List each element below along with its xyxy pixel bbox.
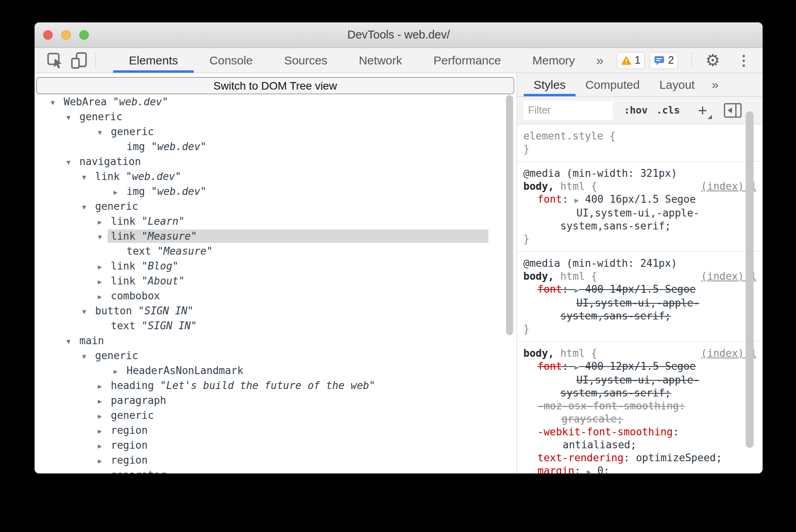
a11y-node-img[interactable]: ▶img "web.dev" bbox=[35, 184, 505, 199]
collapse-arrow-icon[interactable]: ▼ bbox=[66, 112, 79, 121]
a11y-node-HeaderAsNonLandmark[interactable]: ▶HeaderAsNonLandmark bbox=[35, 363, 505, 378]
a11y-node-main[interactable]: ▼main bbox=[35, 333, 505, 348]
css-declaration-wrap[interactable]: antialiased; bbox=[523, 438, 739, 451]
expand-arrow-icon[interactable]: ▶ bbox=[98, 396, 111, 405]
inspect-element-icon[interactable] bbox=[46, 52, 64, 69]
scrollbar-thumb[interactable] bbox=[506, 95, 513, 335]
expand-arrow-icon[interactable]: ▶ bbox=[98, 381, 111, 390]
css-declaration-wrap[interactable]: system,sans-serif; bbox=[523, 220, 739, 233]
css-rule-close[interactable]: } bbox=[523, 323, 739, 336]
css-declaration[interactable]: text-rendering: optimizeSpeed; bbox=[523, 451, 739, 464]
tab-console[interactable]: Console bbox=[194, 48, 268, 73]
a11y-node-region[interactable]: ▶region bbox=[35, 453, 505, 468]
a11y-node-link[interactable]: ▼link "web.dev" bbox=[35, 169, 505, 184]
a11y-node-link[interactable]: ▶link "Learn" bbox=[35, 214, 505, 229]
more-sidebar-tabs-chevron-icon[interactable]: » bbox=[712, 77, 719, 92]
a11y-node-generic[interactable]: ▼generic bbox=[35, 199, 505, 214]
tab-label: Elements bbox=[129, 54, 178, 67]
sidebar-tab-computed[interactable]: Computed bbox=[576, 73, 649, 96]
css-declaration[interactable]: font: ▶ 400 16px/1.5 Segoe bbox=[523, 193, 739, 207]
a11y-node-region[interactable]: ▶region bbox=[35, 438, 505, 453]
tab-elements[interactable]: Elements bbox=[113, 48, 194, 73]
tab-network[interactable]: Network bbox=[343, 48, 418, 73]
css-media-query[interactable]: @media (min-width: 241px) bbox=[523, 257, 739, 270]
css-declaration-wrap[interactable]: system,sans-serif; bbox=[523, 310, 739, 323]
a11y-node-text[interactable]: text "Measure" bbox=[35, 244, 505, 259]
collapse-arrow-icon[interactable]: ▼ bbox=[82, 306, 95, 316]
warning-badge[interactable]: 1 bbox=[617, 52, 645, 69]
expand-arrow-icon[interactable]: ▶ bbox=[98, 441, 111, 450]
css-declaration-wrap[interactable]: UI,system-ui,-apple- bbox=[523, 374, 739, 387]
css-media-query[interactable]: @media (min-width: 321px) bbox=[523, 167, 739, 180]
css-declaration[interactable]: -webkit-font-smoothing: bbox=[523, 426, 739, 438]
collapse-arrow-icon[interactable]: ▼ bbox=[66, 157, 79, 166]
css-selector[interactable]: body, html {(index):1 bbox=[523, 180, 739, 193]
tab-memory[interactable]: Memory bbox=[517, 48, 591, 73]
indent-spacer bbox=[35, 415, 98, 416]
message-badge[interactable]: 2 bbox=[649, 52, 678, 69]
settings-gear-icon[interactable]: ⚙ bbox=[705, 52, 720, 69]
tab-label: Performance bbox=[433, 54, 501, 67]
css-rule-open[interactable]: element.style { bbox=[523, 130, 739, 143]
scrollbar-thumb[interactable] bbox=[746, 111, 754, 448]
css-declaration[interactable]: margin: ▶ 0; bbox=[523, 464, 739, 473]
a11y-node-generic[interactable]: ▼generic bbox=[35, 109, 505, 124]
a11y-node-link[interactable]: ▶link "About" bbox=[35, 273, 505, 288]
expand-arrow-icon[interactable]: ▶ bbox=[98, 426, 111, 435]
a11y-node-heading[interactable]: ▶heading "Let's build the future of the … bbox=[35, 378, 505, 393]
a11y-node-navigation[interactable]: ▼navigation bbox=[35, 154, 505, 169]
more-tabs-chevron-icon[interactable]: » bbox=[596, 53, 603, 68]
collapse-arrow-icon[interactable]: ▼ bbox=[51, 97, 64, 106]
css-selector[interactable]: body, html {(index):1 bbox=[523, 347, 739, 360]
pseudo-class-toggle[interactable]: :hov bbox=[624, 105, 647, 116]
kebab-menu-icon[interactable]: ⋮ bbox=[737, 53, 751, 68]
collapse-arrow-icon[interactable]: ▼ bbox=[66, 336, 79, 345]
css-rule-close[interactable]: } bbox=[523, 143, 739, 156]
css-rule-close[interactable]: } bbox=[523, 233, 739, 246]
a11y-node-text[interactable]: text "SIGN IN" bbox=[35, 318, 505, 333]
a11y-node-generic[interactable]: ▶generic bbox=[35, 408, 505, 423]
toggle-sidebar-icon[interactable] bbox=[724, 103, 742, 118]
expand-arrow-icon[interactable]: ▶ bbox=[98, 262, 111, 271]
expand-arrow-icon[interactable]: ▶ bbox=[98, 456, 111, 465]
css-declaration[interactable]: -moz-osx-font-smoothing: bbox=[523, 400, 739, 413]
expand-arrow-icon[interactable]: ▶ bbox=[98, 292, 111, 301]
css-declaration-wrap[interactable]: system,sans-serif; bbox=[523, 387, 739, 400]
a11y-node-button[interactable]: ▼button "SIGN IN" bbox=[35, 303, 505, 318]
expand-arrow-icon[interactable]: ▶ bbox=[98, 217, 111, 226]
a11y-node-link[interactable]: ▶link "Blog" bbox=[35, 259, 505, 273]
expand-arrow-icon[interactable]: ▶ bbox=[114, 187, 127, 196]
collapse-arrow-icon[interactable]: ▼ bbox=[82, 202, 95, 211]
a11y-node-paragraph[interactable]: ▶paragraph bbox=[35, 393, 505, 408]
css-selector[interactable]: body, html {(index):1 bbox=[523, 270, 739, 283]
device-toolbar-icon[interactable] bbox=[71, 52, 88, 69]
new-style-rule-button[interactable]: + bbox=[698, 103, 707, 118]
a11y-node-combobox[interactable]: ▶combobox bbox=[35, 288, 505, 303]
tab-sources[interactable]: Sources bbox=[268, 48, 343, 73]
a11y-node-link[interactable]: ▼link "Measure" bbox=[35, 229, 505, 244]
collapse-arrow-icon[interactable]: ▼ bbox=[82, 172, 95, 181]
a11y-node-region[interactable]: ▶region bbox=[35, 423, 505, 438]
expand-arrow-icon[interactable]: ▶ bbox=[114, 366, 127, 375]
titlebar[interactable]: DevTools - web.dev/ bbox=[35, 22, 763, 48]
css-declaration[interactable]: font: ▶ 400 14px/1.5 Segoe bbox=[523, 283, 739, 297]
filter-input[interactable] bbox=[523, 101, 613, 120]
expand-arrow-icon[interactable]: ▶ bbox=[98, 277, 111, 286]
a11y-node-generic[interactable]: ▼generic bbox=[35, 124, 505, 139]
a11y-node-separator[interactable]: separator bbox=[35, 468, 505, 473]
collapse-arrow-icon[interactable]: ▼ bbox=[82, 351, 95, 360]
css-declaration[interactable]: font: ▶ 400 12px/1.5 Segoe bbox=[523, 360, 739, 374]
collapse-arrow-icon[interactable]: ▼ bbox=[98, 127, 111, 136]
css-declaration-wrap[interactable]: UI,system-ui,-apple- bbox=[523, 207, 739, 220]
switch-dom-tree-button[interactable]: Switch to DOM Tree view bbox=[36, 77, 514, 94]
css-declaration-wrap[interactable]: UI,system-ui,-apple- bbox=[523, 297, 739, 310]
tab-performance[interactable]: Performance bbox=[418, 48, 517, 73]
expand-arrow-icon[interactable]: ▶ bbox=[98, 411, 111, 420]
a11y-node-WebArea[interactable]: ▼WebArea "web.dev" bbox=[35, 94, 505, 109]
a11y-node-img[interactable]: img "web.dev" bbox=[35, 139, 505, 154]
sidebar-tab-layout[interactable]: Layout bbox=[649, 73, 704, 96]
class-toggle[interactable]: .cls bbox=[656, 105, 680, 116]
css-declaration-wrap[interactable]: grayscale; bbox=[523, 413, 739, 426]
a11y-node-generic[interactable]: ▼generic bbox=[35, 348, 505, 363]
sidebar-tab-styles[interactable]: Styles bbox=[524, 73, 576, 96]
